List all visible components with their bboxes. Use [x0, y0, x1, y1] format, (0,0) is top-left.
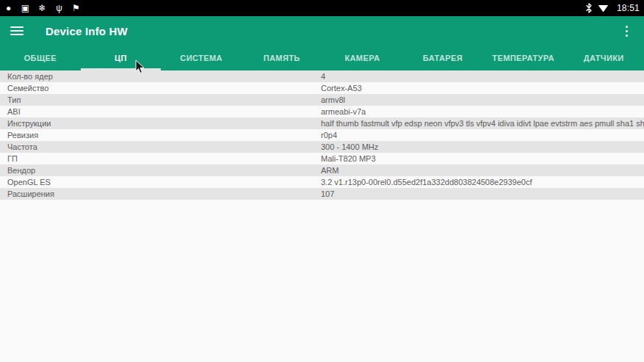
snowflake-icon: ❄: [37, 0, 48, 16]
tab-bar: ОБЩЕЕЦПСИСТЕМАПАМЯТЬКАМЕРАБАТАРЕЯТЕМПЕРА…: [0, 46, 644, 70]
status-bar-left-icons: ●▣❄ψ⚑: [3, 0, 82, 16]
table-row[interactable]: Расширения107: [0, 188, 644, 200]
row-label: Кол-во ядер: [0, 72, 321, 81]
row-label: Вендор: [0, 166, 321, 175]
tab-label: ДАТЧИКИ: [584, 54, 624, 62]
row-value: armv8l: [321, 95, 644, 104]
table-row[interactable]: Ревизияr0p4: [0, 129, 644, 141]
row-value: half thumb fastmult vfp edsp neon vfpv3 …: [321, 119, 644, 128]
table-row[interactable]: OpenGL ES3.2 v1.r13p0-00rel0.d55ed2f1a33…: [0, 176, 644, 188]
status-bar-right: 18:51: [585, 3, 640, 13]
tab-label: ПАМЯТЬ: [264, 54, 300, 62]
row-label: ГП: [0, 154, 321, 163]
tab-система[interactable]: СИСТЕМА: [161, 46, 242, 70]
row-label: Инструкции: [0, 119, 321, 128]
overflow-menu-icon[interactable]: [621, 23, 632, 40]
tab-label: БАТАРЕЯ: [423, 54, 463, 62]
screenshot-icon: ▣: [20, 0, 31, 16]
wifi-icon: [598, 5, 608, 12]
row-label: ABI: [0, 107, 321, 116]
flag-icon: ⚑: [70, 0, 82, 16]
tab-общее[interactable]: ОБЩЕЕ: [0, 46, 81, 70]
row-value: r0p4: [321, 131, 644, 140]
tab-батарея[interactable]: БАТАРЕЯ: [402, 46, 483, 70]
usb-icon: ψ: [54, 0, 65, 16]
status-bar: ●▣❄ψ⚑ 18:51: [0, 0, 644, 16]
row-label: Частота: [0, 142, 321, 151]
row-value: 107: [321, 189, 644, 198]
tab-label: ОБЩЕЕ: [24, 54, 57, 62]
row-value: 300 - 1400 MHz: [321, 142, 644, 151]
table-row[interactable]: ABIarmeabi-v7a: [0, 106, 644, 117]
row-value: Cortex-A53: [321, 84, 644, 93]
table-row[interactable]: СемействоCortex-A53: [0, 82, 644, 94]
row-label: Семейство: [0, 84, 321, 93]
row-value: 3.2 v1.r13p0-00rel0.d55ed2f1a332dd803824…: [321, 178, 644, 187]
table-row[interactable]: ВендорARM: [0, 164, 644, 176]
tab-память[interactable]: ПАМЯТЬ: [242, 46, 322, 70]
row-value: armeabi-v7a: [321, 107, 644, 116]
table-row[interactable]: Кол-во ядер4: [0, 70, 644, 82]
notification-dot-icon: ●: [3, 0, 14, 16]
status-clock: 18:51: [614, 3, 640, 13]
tab-label: ЦП: [115, 54, 127, 62]
hamburger-menu-icon[interactable]: [10, 26, 23, 35]
tab-температура[interactable]: ТЕМПЕРАТУРА: [483, 46, 564, 70]
page-title: Device Info HW: [46, 25, 128, 37]
row-label: OpenGL ES: [0, 178, 321, 187]
table-row[interactable]: Типarmv8l: [0, 94, 644, 106]
row-value: 4: [321, 72, 644, 81]
tab-label: СИСТЕМА: [180, 54, 222, 62]
row-value: ARM: [321, 166, 644, 175]
tab-датчики[interactable]: ДАТЧИКИ: [563, 46, 644, 70]
tab-label: ТЕМПЕРАТУРА: [492, 54, 554, 62]
bluetooth-icon: [585, 3, 593, 13]
tab-label: КАМЕРА: [344, 54, 380, 62]
row-label: Расширения: [0, 189, 321, 198]
cpu-info-table: Кол-во ядер4СемействоCortex-A53Типarmv8l…: [0, 70, 644, 200]
tab-камера[interactable]: КАМЕРА: [322, 46, 403, 70]
row-label: Тип: [0, 95, 321, 104]
row-label: Ревизия: [0, 131, 321, 140]
app-bar: Device Info HW: [0, 16, 644, 46]
table-row[interactable]: Частота300 - 1400 MHz: [0, 141, 644, 153]
row-value: Mali-T820 MP3: [321, 154, 644, 163]
tab-цп[interactable]: ЦП: [81, 46, 162, 70]
table-row[interactable]: ГПMali-T820 MP3: [0, 153, 644, 164]
table-row[interactable]: Инструкцииhalf thumb fastmult vfp edsp n…: [0, 117, 644, 129]
